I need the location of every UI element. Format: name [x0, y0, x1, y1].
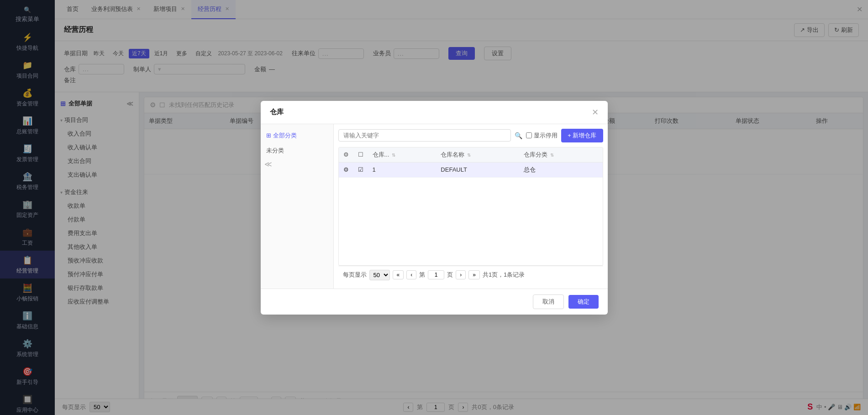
add-warehouse-button[interactable]: + 新增仓库	[561, 129, 603, 142]
show-disabled-text: 显示停用	[534, 131, 558, 140]
sort-icon-cat: ⇅	[550, 152, 554, 158]
sort-icon-name: ⇅	[467, 152, 471, 158]
modal-table-row[interactable]: ⚙ ☑ 1 DEFAULT 总仓	[339, 162, 603, 177]
show-disabled-label[interactable]: 显示停用	[526, 131, 558, 140]
modal-table-header: ⚙ ☐ 仓库... ⇅ 仓库名称 ⇅ 仓库分类	[339, 147, 603, 163]
show-disabled-checkbox[interactable]	[526, 132, 532, 138]
sort-icon-code: ⇅	[392, 152, 395, 158]
modal-col-code: 仓库... ⇅	[368, 147, 437, 163]
modal-category-header-label: 全部分类	[273, 131, 297, 140]
row-id: 1	[368, 162, 437, 177]
row-code: DEFAULT	[436, 162, 519, 177]
modal-per-page-label: 每页显示	[343, 271, 367, 279]
cancel-button[interactable]: 取消	[533, 294, 564, 309]
modal-first-btn[interactable]: «	[393, 270, 404, 279]
modal-table-wrap: ⚙ ☐ 仓库... ⇅ 仓库名称 ⇅ 仓库分类	[338, 147, 603, 266]
modal-right-panel: 🔍 显示停用 + 新增仓库 ⚙ ☐ 仓库... ⇅	[334, 124, 608, 289]
modal-category-header[interactable]: ⊞ 全部分类	[261, 128, 333, 143]
modal-col-category: 仓库分类 ⇅	[519, 147, 602, 163]
modal-title: 仓库	[270, 108, 284, 116]
modal-search-input[interactable]	[338, 129, 511, 142]
modal-col-name: 仓库名称 ⇅	[436, 147, 519, 163]
modal-pagination: 每页显示 50 « ‹ 第 页 › » 共1页，1条记录	[338, 266, 603, 284]
modal-left-toggle[interactable]: ≪	[263, 158, 274, 170]
modal-page-label: 第	[419, 271, 425, 279]
modal-page-suffix: 页	[447, 271, 453, 279]
row-name: 总仓	[519, 162, 602, 177]
modal-prev-btn[interactable]: ‹	[406, 270, 416, 279]
modal-last-btn[interactable]: »	[468, 270, 480, 279]
modal-left-panel: ⊞ 全部分类 未分类 ≪	[261, 124, 334, 289]
modal-col-gear: ⚙	[339, 147, 353, 163]
modal-header: 仓库 ✕	[261, 101, 608, 124]
modal-search-bar: 🔍 显示停用 + 新增仓库	[338, 129, 603, 142]
modal-next-btn[interactable]: ›	[456, 270, 466, 279]
modal-table: ⚙ ☐ 仓库... ⇅ 仓库名称 ⇅ 仓库分类	[339, 147, 603, 178]
modal-footer-buttons: 取消 确定	[261, 289, 608, 315]
modal-search-icon[interactable]: 🔍	[515, 132, 522, 139]
row-gear: ⚙	[339, 162, 353, 177]
row-checkbox[interactable]: ☑	[353, 162, 368, 177]
unclassified-label: 未分类	[266, 147, 284, 154]
modal-body: ⊞ 全部分类 未分类 ≪ 🔍 显示停用 + 新增仓库	[261, 124, 608, 289]
modal-category-item-unclassified[interactable]: 未分类	[261, 143, 333, 158]
modal-close-button[interactable]: ✕	[592, 107, 599, 117]
modal-total: 共1页，1条记录	[483, 271, 525, 279]
warehouse-modal: 仓库 ✕ ⊞ 全部分类 未分类 ≪ 🔍 显示停用 + 新增仓库	[261, 101, 608, 315]
modal-col-checkbox[interactable]: ☐	[353, 147, 368, 163]
modal-per-page-select[interactable]: 50	[369, 270, 390, 280]
grid-category-icon: ⊞	[266, 132, 271, 139]
confirm-button[interactable]: 确定	[568, 295, 599, 309]
modal-page-input[interactable]	[428, 270, 444, 279]
